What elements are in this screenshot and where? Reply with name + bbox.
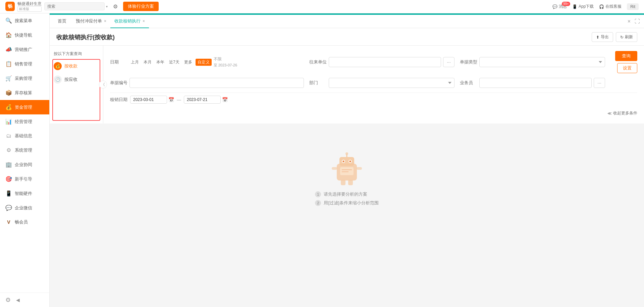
- doc-type-field: 单据类型: [460, 57, 605, 67]
- cancel-date-from-wrap: 📅: [130, 96, 174, 104]
- data-area: 1 请先选择要分析的方案 2 用[过滤]条件来缩小分析范围: [50, 123, 644, 307]
- sidebar-item-enterprise[interactable]: 🏢 企业协同: [0, 157, 49, 172]
- settings-icon[interactable]: ⚙: [5, 296, 11, 304]
- app-download-button[interactable]: 📱 App下载: [572, 4, 594, 9]
- plan-button[interactable]: 体验行业方案: [123, 2, 159, 11]
- staff-field: 业务员 ···: [460, 78, 605, 88]
- shortcut-last-7days[interactable]: 近7天: [168, 59, 181, 66]
- online-service-button[interactable]: 🎧 在线客服: [599, 4, 622, 9]
- user-menu[interactable]: Rit: [627, 3, 639, 10]
- counterpart-field: 往来单位 ···: [309, 57, 454, 67]
- sidebar-item-basics[interactable]: 🗂 基础信息: [0, 129, 49, 143]
- sidebar-item-operations[interactable]: 📊 经营管理: [0, 114, 49, 129]
- cancel-date-field: 核销日期 📅 — 📅: [110, 96, 228, 104]
- sidebar-item-inventory[interactable]: 📦 库存核算: [0, 86, 49, 100]
- sidebar-label-basics: 基础信息: [15, 133, 32, 139]
- finance-icon: 💰: [5, 104, 12, 110]
- cancel-date-to-calendar-icon[interactable]: 📅: [222, 97, 228, 102]
- sidebar-item-search-menu[interactable]: 🔍 搜索菜单: [0, 13, 49, 28]
- page-actions: ⬆ 导出 ↻ 刷新: [592, 32, 637, 42]
- date-unlimit: 不限: [214, 56, 237, 62]
- sidebar-item-system[interactable]: ⚙ 系统管理: [0, 143, 49, 157]
- tab-collection-cancel-close-icon[interactable]: ×: [143, 19, 145, 23]
- brand-name: 畅捷通好生意: [17, 1, 42, 6]
- message-icon: 💬: [552, 4, 557, 9]
- by-receipt-icon: 💰: [54, 62, 62, 70]
- filter-panel-collapse-button[interactable]: 《: [99, 81, 107, 89]
- sidebar-item-purchase[interactable]: 🛒 采购管理: [0, 71, 49, 86]
- sidebar-label-operations: 经营管理: [15, 119, 32, 125]
- staff-label: 业务员: [460, 80, 477, 86]
- date-unlimit-end: 至 2023-07-26: [214, 63, 237, 68]
- search-chevron-icon[interactable]: ▾: [106, 5, 108, 8]
- cancel-date-from-input[interactable]: [130, 96, 167, 104]
- tab-home[interactable]: 首页: [52, 15, 72, 28]
- cancel-date-separator: —: [177, 97, 181, 102]
- tab-prepay[interactable]: 预付冲应付单 ×: [72, 15, 110, 28]
- doc-no-input[interactable]: [129, 78, 304, 88]
- sidebar-label-search-menu: 搜索菜单: [15, 18, 32, 24]
- search-wrap[interactable]: ▾: [44, 2, 108, 10]
- counterpart-ellipsis-button[interactable]: ···: [443, 57, 454, 67]
- staff-ellipsis-button[interactable]: ···: [594, 78, 605, 88]
- export-button[interactable]: ⬆ 导出: [592, 32, 613, 42]
- action-buttons: 查询 设置: [610, 51, 637, 73]
- shortcut-this-month[interactable]: 本月: [142, 59, 153, 66]
- refresh-button[interactable]: ↻ 刷新: [616, 32, 637, 42]
- collapse-more-label: 收起更多条件: [613, 110, 637, 116]
- empty-illustration: [330, 150, 364, 187]
- collapse-more-icon: ≪: [607, 111, 612, 116]
- sidebar-item-member[interactable]: V 畅会员: [0, 215, 49, 229]
- collapse-sidebar-icon[interactable]: ◀: [16, 297, 20, 303]
- collapse-more-button[interactable]: ≪ 收起更多条件: [607, 108, 637, 118]
- doc-type-select[interactable]: [479, 57, 605, 67]
- cancel-date-to-input[interactable]: [184, 96, 221, 104]
- shortcut-this-year[interactable]: 本年: [155, 59, 166, 66]
- gear-icon[interactable]: ⚙: [113, 3, 118, 10]
- shortcut-custom[interactable]: 自定义: [196, 59, 212, 66]
- sidebar-item-finance[interactable]: 💰 资金管理: [0, 100, 49, 114]
- app-icon: 📱: [572, 4, 577, 9]
- sidebar-label-hardware: 智能硬件: [15, 191, 32, 197]
- shortcut-last-month[interactable]: 上月: [129, 59, 140, 66]
- tab-close-all-button[interactable]: ×: [626, 17, 632, 26]
- dept-field: 部门: [309, 78, 454, 88]
- tab-prepay-close-icon[interactable]: ×: [104, 19, 106, 23]
- empty-tips: 1 请先选择要分析的方案 2 用[过滤]条件来缩小分析范围: [315, 191, 378, 206]
- form-divider: [110, 93, 637, 93]
- search-input[interactable]: [44, 2, 105, 10]
- sidebar-item-guide[interactable]: 🎯 新手引导: [0, 172, 49, 186]
- svg-rect-8: [332, 167, 337, 170]
- sidebar-item-hardware[interactable]: 📱 智能硬件: [0, 186, 49, 201]
- sidebar-bottom: ⚙ ◀: [0, 293, 49, 307]
- message-badge: 99+: [562, 2, 570, 6]
- cancel-date-from-calendar-icon[interactable]: 📅: [168, 97, 174, 102]
- operations-icon: 📊: [5, 118, 12, 125]
- date-field: 日期 上月 本月 本年 近7天 更多 自定义 不限 至 2023-07-26: [110, 56, 304, 68]
- message-button[interactable]: 💬 消息 99+: [552, 4, 567, 9]
- staff-input[interactable]: [479, 78, 592, 88]
- svg-rect-1: [339, 157, 354, 166]
- date-range: 不限 至 2023-07-26: [214, 56, 237, 68]
- service-icon: 🎧: [599, 4, 604, 9]
- svg-rect-9: [357, 167, 362, 170]
- filter-option-by-receipt[interactable]: 💰 按收款: [50, 59, 103, 73]
- form-row-2: 单据编号 部门 业务员 ···: [110, 78, 637, 88]
- doc-no-field: 单据编号: [110, 78, 304, 88]
- query-button[interactable]: 查询: [615, 51, 637, 61]
- counterpart-input[interactable]: [329, 57, 441, 67]
- dept-select[interactable]: [329, 78, 454, 88]
- cancel-date-label: 核销日期: [110, 97, 127, 103]
- tab-collection-cancel-label: 收款核销执行: [114, 18, 141, 24]
- tab-maximize-button[interactable]: ⛶: [633, 17, 641, 26]
- settings-button[interactable]: 设置: [617, 63, 637, 73]
- filter-option-by-receivable[interactable]: 🕐 按应收: [50, 73, 103, 86]
- empty-tip-2: 2 用[过滤]条件来缩小分析范围: [315, 200, 378, 206]
- dept-label: 部门: [309, 80, 327, 86]
- sidebar-item-marketing[interactable]: 📣 营销推广: [0, 42, 49, 57]
- sidebar-item-quick-nav[interactable]: 🏠 快捷导航: [0, 28, 49, 42]
- shortcut-more[interactable]: 更多: [183, 59, 194, 66]
- sidebar-item-sales[interactable]: 📋 销售管理: [0, 57, 49, 71]
- sidebar-item-weixin[interactable]: 💬 企业微信: [0, 201, 49, 215]
- tab-collection-cancel[interactable]: 收款核销执行 ×: [110, 15, 149, 28]
